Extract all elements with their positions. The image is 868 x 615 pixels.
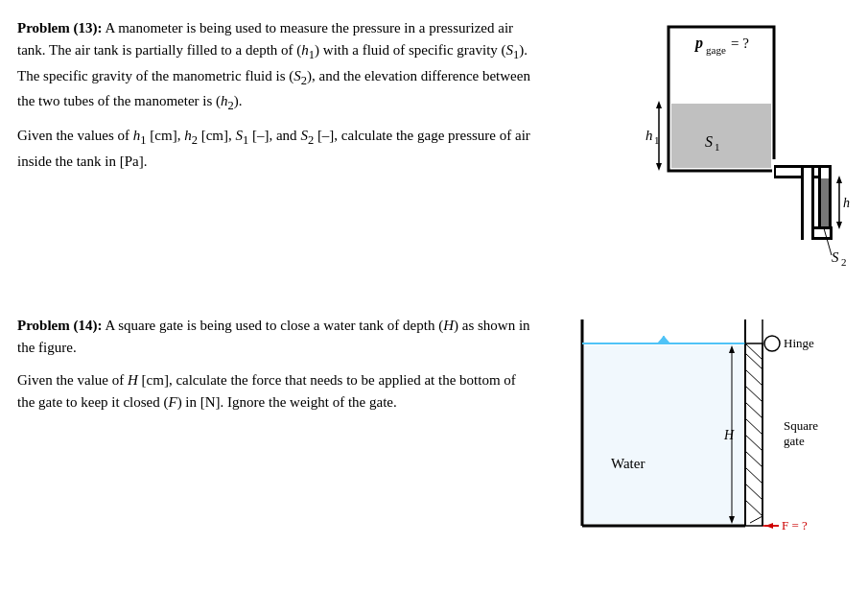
svg-line-45 (745, 353, 762, 369)
svg-line-50 (745, 435, 762, 451)
svg-rect-26 (804, 168, 811, 240)
svg-point-57 (764, 336, 780, 351)
problem13-label: Problem (13): (17, 20, 102, 35)
svg-marker-7 (656, 163, 662, 171)
problem14-diagram: Water (553, 315, 851, 535)
page-container: Problem (13): A manometer is being used … (17, 17, 851, 535)
problem14-text: Problem (14): A square gate is being use… (17, 315, 544, 535)
svg-text:F = ?: F = ? (782, 518, 808, 532)
svg-line-49 (745, 418, 762, 435)
svg-rect-1 (671, 104, 771, 168)
svg-text:h: h (843, 196, 850, 210)
problem14-svg: Water (553, 315, 851, 535)
svg-text:S: S (705, 133, 713, 150)
svg-rect-27 (821, 178, 829, 226)
problem14-description: Problem (14): A square gate is being use… (17, 315, 534, 360)
problem14-section: Problem (14): A square gate is being use… (17, 315, 851, 535)
svg-line-52 (745, 467, 762, 484)
svg-line-46 (745, 369, 762, 386)
svg-text:gate: gate (784, 434, 805, 448)
svg-text:2: 2 (841, 256, 847, 268)
svg-text:h: h (645, 128, 653, 143)
svg-text:Hinge: Hinge (784, 336, 814, 350)
svg-line-54 (745, 500, 762, 516)
svg-rect-44 (745, 343, 762, 526)
problem13-diagram: p gage = ? h 1 S 1 (553, 17, 851, 296)
problem13-svg: p gage = ? h 1 S 1 (553, 17, 851, 296)
svg-text:S: S (832, 249, 839, 265)
svg-text:Water: Water (611, 456, 645, 471)
problem13-section: Problem (13): A manometer is being used … (17, 17, 851, 296)
svg-text:1: 1 (654, 134, 660, 146)
problem13-given: Given the values of h1 [cm], h2 [cm], S1… (17, 125, 534, 173)
problem14-label: Problem (14): (17, 318, 102, 333)
svg-text:Square: Square (784, 418, 818, 433)
svg-line-56 (750, 516, 762, 523)
svg-line-47 (745, 386, 762, 402)
svg-text:p: p (693, 35, 703, 52)
problem14-given: Given the value of H [cm], calculate the… (17, 369, 534, 414)
problem13-description: Problem (13): A manometer is being used … (17, 17, 534, 115)
svg-marker-6 (656, 101, 662, 108)
svg-text:H: H (723, 428, 735, 442)
svg-rect-42 (584, 345, 743, 524)
svg-text:gage: gage (706, 44, 726, 56)
svg-line-51 (745, 451, 762, 467)
svg-line-48 (745, 402, 762, 418)
svg-marker-40 (657, 336, 670, 343)
svg-text:= ?: = ? (731, 35, 749, 51)
svg-line-53 (745, 484, 762, 500)
svg-text:1: 1 (715, 141, 720, 153)
problem13-text: Problem (13): A manometer is being used … (17, 17, 544, 296)
svg-line-55 (745, 343, 762, 360)
